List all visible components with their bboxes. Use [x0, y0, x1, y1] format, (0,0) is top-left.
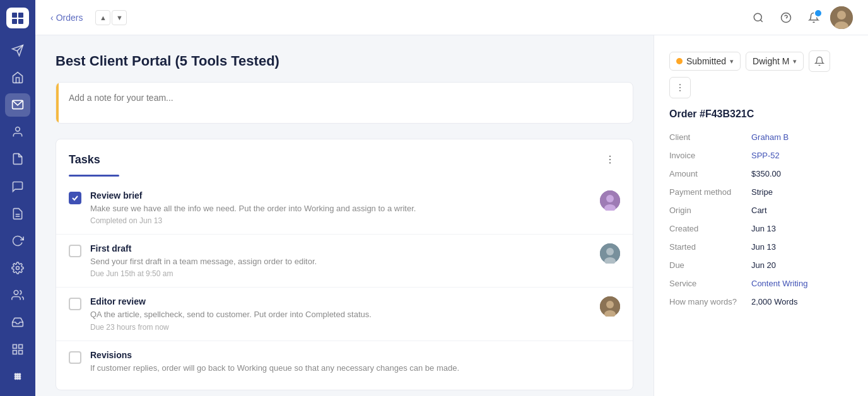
- status-chevron-icon: ▾: [730, 57, 734, 66]
- task-assignee-avatar: [600, 296, 620, 317]
- task-description: Send your first draft in a team message,…: [90, 256, 591, 267]
- svg-point-31: [609, 156, 611, 157]
- detail-label: Created: [669, 224, 751, 233]
- task-description: Make sure we have all the info we need. …: [90, 203, 591, 214]
- status-dropdown[interactable]: Submitted ▾: [669, 52, 741, 71]
- task-checkbox-review-brief[interactable]: [69, 192, 81, 204]
- task-content-editor-review: Editor review QA the article, spellcheck…: [90, 296, 591, 331]
- back-button[interactable]: ‹ Orders: [50, 13, 83, 23]
- detail-label: Started: [669, 242, 751, 252]
- detail-row-client: Client Graham B: [669, 132, 853, 142]
- task-due: Due Jun 15th at 9:50 am: [90, 269, 591, 278]
- task-assignee-avatar: [600, 243, 620, 264]
- assignee-label: Dwight M: [753, 56, 789, 66]
- assignee-dropdown[interactable]: Dwight M ▾: [746, 52, 804, 71]
- sidebar-item-contacts[interactable]: [5, 120, 30, 144]
- svg-point-9: [16, 266, 20, 269]
- svg-point-45: [679, 90, 681, 91]
- svg-rect-1: [18, 13, 23, 18]
- back-chevron-icon: ‹: [50, 13, 54, 23]
- svg-point-33: [609, 162, 611, 163]
- notifications-panel-button[interactable]: [809, 50, 830, 72]
- svg-point-19: [17, 376, 19, 378]
- task-checkbox-first-draft[interactable]: [69, 245, 81, 257]
- detail-value-origin: Cart: [751, 206, 767, 215]
- sidebar-item-home[interactable]: [5, 66, 30, 90]
- svg-point-43: [679, 84, 681, 85]
- back-label[interactable]: Orders: [56, 13, 83, 23]
- sidebar-logo[interactable]: [6, 8, 29, 28]
- detail-label: Due: [669, 260, 751, 270]
- task-assignee-avatar: [600, 190, 620, 211]
- sidebar-item-partners[interactable]: [5, 284, 30, 307]
- user-avatar[interactable]: [830, 6, 853, 29]
- task-name: Review brief: [90, 190, 591, 201]
- note-area: [56, 82, 633, 124]
- tasks-menu-button[interactable]: [600, 149, 620, 170]
- svg-point-41: [606, 301, 614, 308]
- search-button[interactable]: [747, 6, 770, 29]
- detail-label: Amount: [669, 169, 751, 178]
- detail-value-invoice[interactable]: SPP-52: [751, 151, 780, 160]
- sidebar-item-chat[interactable]: [5, 175, 30, 198]
- task-name: First draft: [90, 243, 591, 253]
- svg-point-21: [15, 378, 16, 380]
- notifications-button[interactable]: [802, 6, 825, 29]
- help-button[interactable]: [775, 6, 797, 29]
- detail-value-amount: $350.00: [751, 169, 781, 178]
- task-item: Editor review QA the article, spellcheck…: [56, 288, 633, 341]
- assignee-chevron-icon: ▾: [793, 57, 797, 66]
- task-content-revisions: Revisions If customer replies, order wil…: [90, 350, 620, 376]
- detail-value-payment: Stripe: [751, 187, 773, 197]
- svg-point-5: [16, 127, 20, 132]
- svg-point-44: [679, 87, 681, 88]
- detail-row-amount: Amount $350.00: [669, 169, 853, 178]
- task-due: Completed on Jun 13: [90, 216, 591, 225]
- svg-rect-12: [19, 345, 23, 349]
- detail-row-origin: Origin Cart: [669, 206, 853, 215]
- svg-point-29: [837, 11, 846, 20]
- detail-value-due: Jun 20: [751, 260, 776, 270]
- svg-point-17: [19, 374, 21, 376]
- sidebar-item-grid[interactable]: [5, 338, 30, 361]
- detail-label: Origin: [669, 206, 751, 215]
- sidebar-item-reports[interactable]: [5, 202, 30, 225]
- next-order-button[interactable]: ▼: [112, 10, 127, 25]
- sidebar-item-apps[interactable]: [5, 365, 30, 388]
- detail-label: Service: [669, 279, 751, 288]
- detail-row-due: Due Jun 20: [669, 260, 853, 270]
- sidebar-item-messages[interactable]: [5, 93, 30, 117]
- task-content-review-brief: Review brief Make sure we have all the i…: [90, 190, 591, 225]
- svg-rect-14: [13, 351, 17, 354]
- prev-order-button[interactable]: ▲: [95, 10, 110, 25]
- more-options-button[interactable]: [669, 77, 691, 98]
- task-checkbox-revisions[interactable]: [69, 351, 81, 364]
- sidebar: [0, 0, 35, 396]
- detail-value-client[interactable]: Graham B: [751, 132, 789, 142]
- sidebar-item-invoices[interactable]: [5, 148, 30, 171]
- detail-value-service[interactable]: Content Writing: [751, 279, 807, 288]
- svg-point-38: [606, 248, 614, 255]
- detail-row-service: Service Content Writing: [669, 279, 853, 288]
- detail-label: Client: [669, 132, 751, 142]
- sidebar-item-inbox[interactable]: [5, 311, 30, 334]
- task-checkbox-editor-review[interactable]: [69, 298, 81, 310]
- task-name: Revisions: [90, 350, 620, 360]
- svg-rect-2: [12, 19, 17, 24]
- sidebar-item-refresh[interactable]: [5, 229, 30, 252]
- page-title: Best Client Portal (5 Tools Tested): [56, 53, 633, 69]
- detail-value-started: Jun 13: [751, 242, 776, 252]
- sidebar-item-settings[interactable]: [5, 256, 30, 279]
- status-label: Submitted: [686, 56, 726, 66]
- sidebar-item-send[interactable]: [5, 38, 30, 62]
- task-due: Due 23 hours from now: [90, 323, 591, 332]
- svg-line-25: [760, 20, 762, 21]
- right-panel: Submitted ▾ Dwight M ▾ Order #F43B321C C…: [654, 35, 868, 396]
- svg-point-24: [754, 13, 761, 21]
- topbar: ‹ Orders ▲ ▼: [35, 0, 868, 35]
- detail-row-started: Started Jun 13: [669, 242, 853, 252]
- svg-rect-0: [12, 13, 17, 18]
- detail-label: Invoice: [669, 151, 751, 160]
- team-note-input[interactable]: [59, 83, 633, 123]
- task-name: Editor review: [90, 296, 591, 306]
